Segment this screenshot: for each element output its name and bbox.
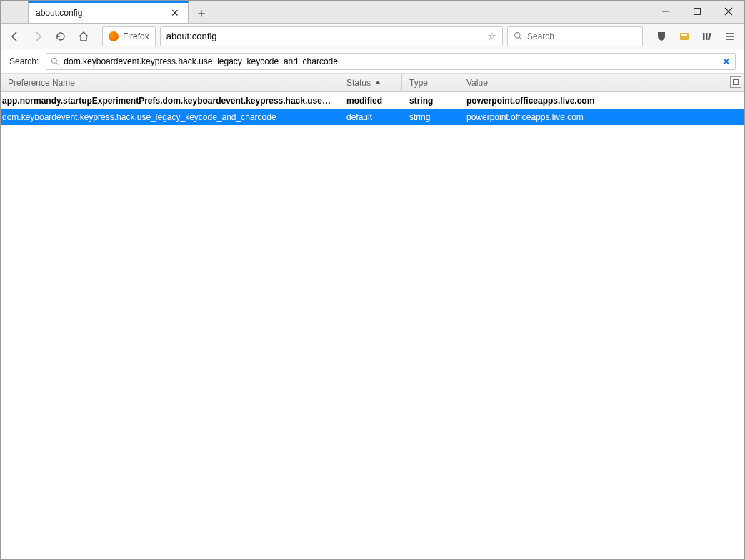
preference-rows: app.normandy.startupExperimentPrefs.dom.… bbox=[1, 92, 744, 560]
bookmark-star-icon[interactable]: ☆ bbox=[487, 30, 496, 43]
column-status-label: Status bbox=[346, 78, 371, 88]
cell-preference-name: app.normandy.startupExperimentPrefs.dom.… bbox=[1, 96, 339, 106]
search-input[interactable] bbox=[527, 31, 636, 41]
search-bar[interactable] bbox=[507, 26, 643, 46]
column-pref-label: Preference Name bbox=[8, 78, 75, 88]
column-type-label: Type bbox=[409, 78, 428, 88]
identity-label: Firefox bbox=[123, 31, 149, 41]
url-bar[interactable]: ☆ bbox=[160, 26, 503, 46]
ublock-icon[interactable] bbox=[651, 26, 671, 46]
cell-value: powerpoint.officeapps.live.com bbox=[459, 112, 744, 122]
browser-tab[interactable]: about:config ✕ bbox=[28, 1, 189, 23]
urlbar-container: Firefox ☆ bbox=[102, 26, 643, 46]
svg-line-5 bbox=[519, 37, 521, 39]
column-type[interactable]: Type bbox=[402, 74, 459, 91]
svg-point-4 bbox=[515, 33, 520, 38]
config-search-input-wrap[interactable]: ✕ bbox=[46, 53, 736, 70]
column-value[interactable]: Value bbox=[459, 74, 744, 91]
column-value-label: Value bbox=[466, 78, 488, 88]
search-icon bbox=[514, 31, 523, 41]
tab-title: about:config bbox=[36, 8, 169, 18]
svg-rect-9 bbox=[706, 33, 708, 40]
svg-rect-10 bbox=[708, 32, 711, 39]
preference-row[interactable]: app.normandy.startupExperimentPrefs.dom.… bbox=[1, 92, 744, 109]
back-button[interactable] bbox=[5, 26, 25, 46]
cell-status: default bbox=[339, 112, 402, 122]
cell-type: string bbox=[402, 96, 459, 106]
url-input[interactable] bbox=[166, 31, 487, 41]
svg-rect-7 bbox=[681, 34, 687, 36]
config-search-bar: Search: ✕ bbox=[1, 49, 744, 74]
forward-button[interactable] bbox=[28, 26, 48, 46]
identity-box[interactable]: Firefox bbox=[102, 26, 156, 46]
column-picker-icon[interactable] bbox=[730, 76, 741, 88]
cell-status: modified bbox=[339, 96, 402, 106]
navigation-toolbar: Firefox ☆ bbox=[1, 24, 744, 49]
home-button[interactable] bbox=[74, 26, 94, 46]
svg-point-14 bbox=[52, 58, 57, 63]
cell-value: powerpoint.officeapps.live.com bbox=[459, 96, 744, 106]
column-status[interactable]: Status bbox=[339, 74, 402, 91]
column-preference-name[interactable]: Preference Name bbox=[1, 74, 339, 91]
library-icon[interactable] bbox=[697, 26, 717, 46]
preference-row[interactable]: dom.keyboardevent.keypress.hack.use_lega… bbox=[1, 109, 744, 125]
clear-search-icon[interactable]: ✕ bbox=[722, 56, 731, 67]
svg-rect-8 bbox=[703, 33, 705, 40]
search-icon bbox=[51, 57, 59, 66]
cell-type: string bbox=[402, 112, 459, 122]
maximize-button[interactable] bbox=[681, 1, 713, 22]
close-tab-icon[interactable]: ✕ bbox=[169, 7, 181, 19]
new-tab-button[interactable]: ＋ bbox=[191, 3, 211, 23]
svg-rect-6 bbox=[680, 33, 689, 40]
svg-line-15 bbox=[56, 62, 59, 64]
minimize-button[interactable] bbox=[650, 1, 681, 22]
config-search-label: Search: bbox=[9, 56, 39, 66]
close-window-button[interactable] bbox=[713, 1, 744, 22]
svg-rect-1 bbox=[694, 9, 701, 15]
column-headers: Preference Name Status Type Value bbox=[1, 74, 744, 92]
tab-strip: about:config ✕ ＋ bbox=[1, 1, 744, 24]
window-controls bbox=[650, 1, 744, 24]
cell-preference-name: dom.keyboardevent.keypress.hack.use_lega… bbox=[1, 112, 339, 122]
addon-icon[interactable] bbox=[674, 26, 694, 46]
config-search-input[interactable] bbox=[64, 56, 718, 66]
sort-ascending-icon bbox=[375, 81, 381, 84]
hamburger-menu-icon[interactable] bbox=[720, 26, 740, 46]
firefox-logo-icon bbox=[109, 31, 119, 41]
reload-button[interactable] bbox=[51, 26, 71, 46]
